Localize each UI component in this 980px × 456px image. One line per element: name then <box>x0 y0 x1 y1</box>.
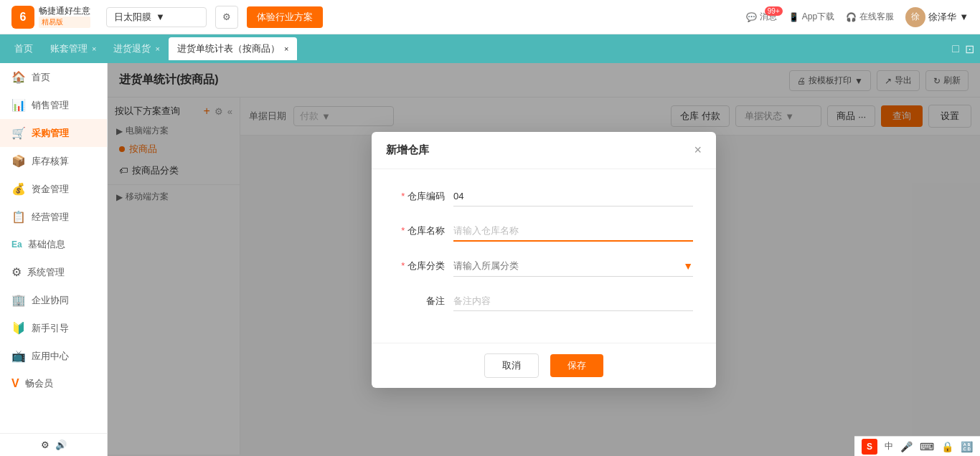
sidebar-operation-label: 经营管理 <box>32 211 69 224</box>
keyboard-icon[interactable]: ⌨ <box>920 441 934 452</box>
app-download-button[interactable]: 📱 App下载 <box>788 11 834 23</box>
header-right: 💬 消息 99+ 📱 App下载 🎧 在线客服 徐 徐泽华 ▼ <box>746 7 969 27</box>
sidebar-item-guide[interactable]: 🔰 新手引导 <box>0 314 107 342</box>
form-row-category: 仓库分类 ▼ <box>395 256 693 277</box>
sidebar-item-home[interactable]: 🏠 首页 <box>0 63 107 91</box>
sidebar-bottom: ⚙ 🔊 <box>0 433 107 456</box>
store-name: 日太阳膜 <box>114 11 151 24</box>
sidebar: 🏠 首页 📊 销售管理 🛒 采购管理 📦 库存核算 💰 资金管理 📋 经营管理 … <box>0 63 108 456</box>
content-area: 进货单统计(按商品) 🖨 按模板打印 ▼ ↗ 导出 ↻ 刷新 <box>108 63 980 456</box>
message-button[interactable]: 💬 消息 99+ <box>746 11 777 23</box>
purchase-icon: 🛒 <box>11 126 26 140</box>
sidebar-item-operation[interactable]: 📋 经营管理 <box>0 203 107 231</box>
sidebar-guide-label: 新手引导 <box>32 322 69 335</box>
online-service-button[interactable]: 🎧 在线客服 <box>846 11 894 23</box>
sidebar-system-label: 系统管理 <box>27 266 65 279</box>
code-input[interactable] <box>453 186 693 206</box>
message-icon: 💬 <box>746 12 757 22</box>
zh-icon[interactable]: 中 <box>885 440 893 452</box>
sidebar-item-enterprise[interactable]: 🏢 企业协同 <box>0 286 107 314</box>
restore-window-button[interactable]: □ <box>952 42 959 56</box>
text-icon[interactable]: 🔠 <box>961 441 973 452</box>
sidebar-item-vip[interactable]: V 畅会员 <box>0 370 107 397</box>
sidebar-item-finance[interactable]: 💰 资金管理 <box>0 175 107 203</box>
lock-icon[interactable]: 🔒 <box>941 441 953 452</box>
avatar: 徐 <box>905 7 925 27</box>
vip-icon: V <box>11 377 19 390</box>
sidebar-sales-label: 销售管理 <box>32 99 69 112</box>
sidebar-item-purchase[interactable]: 🛒 采购管理 <box>0 119 107 147</box>
service-label: 在线客服 <box>859 11 894 23</box>
home-icon: 🏠 <box>11 70 26 84</box>
sidebar-purchase-label: 采购管理 <box>32 127 69 140</box>
operation-icon: 📋 <box>11 210 26 224</box>
save-button[interactable]: 保存 <box>550 354 603 377</box>
sidebar-settings-icon[interactable]: ⚙ <box>41 440 50 450</box>
remark-input[interactable] <box>453 291 693 311</box>
form-row-remark: 备注 <box>395 291 693 311</box>
name-label: 仓库名称 <box>395 224 445 237</box>
top-header: 6 畅捷通好生意 精易版 日太阳膜 ▼ ⚙ 体验行业方案 💬 消息 99+ 📱 … <box>0 0 980 34</box>
remark-label: 备注 <box>395 295 445 308</box>
user-name: 徐泽华 <box>928 11 956 24</box>
modal-header: 新增仓库 × <box>372 132 716 169</box>
sidebar-home-label: 首页 <box>32 71 50 84</box>
sidebar-item-basic[interactable]: Ea 基础信息 <box>0 231 107 258</box>
sales-icon: 📊 <box>11 98 26 112</box>
user-menu[interactable]: 徐 徐泽华 ▼ <box>905 7 969 27</box>
enterprise-icon: 🏢 <box>11 293 26 307</box>
tab-home[interactable]: 首页 <box>6 37 42 60</box>
tab-purchase-stats-close[interactable]: × <box>284 44 288 53</box>
category-select[interactable]: ▼ <box>453 256 693 277</box>
sidebar-item-apps[interactable]: 📺 应用中心 <box>0 342 107 370</box>
sidebar-basic-label: 基础信息 <box>28 238 65 251</box>
category-input[interactable] <box>453 260 683 271</box>
tab-purchase-return-close[interactable]: × <box>155 44 159 53</box>
user-dropdown-icon: ▼ <box>959 11 969 22</box>
tab-purchase-stats-label: 进货单统计表（按商品） <box>177 42 280 55</box>
tab-home-label: 首页 <box>14 42 33 55</box>
inventory-icon: 📦 <box>11 154 26 168</box>
store-dropdown-icon: ▼ <box>156 11 165 22</box>
tab-accounts-close[interactable]: × <box>92 44 96 53</box>
modal-close-button[interactable]: × <box>694 143 702 156</box>
sidebar-item-sales[interactable]: 📊 销售管理 <box>0 91 107 119</box>
s-logo: S <box>862 439 877 455</box>
new-warehouse-modal: 新增仓库 × 仓库编码 仓库名称 仓库分类 <box>372 132 716 388</box>
bottom-taskbar: S 中 🎤 ⌨ 🔒 🔠 <box>854 436 980 456</box>
logo-name: 畅捷通好生意 <box>39 6 90 17</box>
modal-body: 仓库编码 仓库名称 仓库分类 ▼ <box>372 169 716 343</box>
tab-purchase-stats[interactable]: 进货单统计表（按商品） × <box>169 37 297 60</box>
guide-icon: 🔰 <box>11 321 26 335</box>
app-icon: 📱 <box>788 12 799 22</box>
sidebar-volume-icon[interactable]: 🔊 <box>55 440 67 450</box>
sidebar-enterprise-label: 企业协同 <box>32 294 69 307</box>
main-layout: 🏠 首页 📊 销售管理 🛒 采购管理 📦 库存核算 💰 资金管理 📋 经营管理 … <box>0 63 980 456</box>
tab-purchase-return[interactable]: 进货退货 × <box>105 37 168 60</box>
logo-version: 精易版 <box>39 16 90 28</box>
modal-title: 新增仓库 <box>386 143 429 157</box>
sidebar-item-system[interactable]: ⚙ 系统管理 <box>0 258 107 286</box>
gear-icon: ⚙ <box>222 11 231 22</box>
tab-accounts[interactable]: 账套管理 × <box>42 37 105 60</box>
modal-overlay[interactable]: 新增仓库 × 仓库编码 仓库名称 仓库分类 <box>108 63 980 456</box>
logo-text-block: 畅捷通好生意 精易版 <box>39 6 90 29</box>
sidebar-inventory-label: 库存核算 <box>32 155 69 168</box>
tab-accounts-label: 账套管理 <box>50 42 88 55</box>
sidebar-item-inventory[interactable]: 📦 库存核算 <box>0 147 107 175</box>
logo-area: 6 畅捷通好生意 精易版 <box>11 6 98 29</box>
trial-button[interactable]: 体验行业方案 <box>247 6 323 28</box>
sidebar-apps-label: 应用中心 <box>32 350 69 363</box>
sidebar-finance-label: 资金管理 <box>32 183 69 196</box>
expand-window-button[interactable]: ⊡ <box>965 42 974 56</box>
name-input[interactable] <box>453 221 693 242</box>
mic-icon[interactable]: 🎤 <box>900 441 913 452</box>
category-label: 仓库分类 <box>395 260 445 272</box>
basic-icon: Ea <box>11 239 22 250</box>
store-selector[interactable]: 日太阳膜 ▼ <box>106 7 207 27</box>
settings-button[interactable]: ⚙ <box>215 6 238 29</box>
tab-bar: 首页 账套管理 × 进货退货 × 进货单统计表（按商品） × □ ⊡ <box>0 34 980 63</box>
modal-footer: 取消 保存 <box>372 343 716 388</box>
cancel-button[interactable]: 取消 <box>484 353 539 378</box>
message-badge: 99+ <box>765 6 783 16</box>
